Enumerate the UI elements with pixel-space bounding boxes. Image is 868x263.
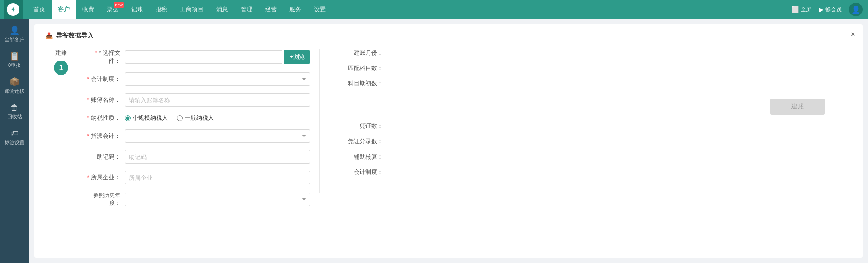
- modal-card: 📥 导爷数据导入 × 建账 1: [34, 24, 863, 258]
- step-label: 建账: [55, 49, 67, 57]
- zero-report-icon: 📋: [9, 52, 19, 60]
- logo[interactable]: ✦: [4, 0, 23, 19]
- memo-row: 助记码：: [84, 150, 310, 164]
- accountant-label: * 指派会计：: [84, 132, 125, 140]
- history-year-row: 参照历史年度：: [84, 192, 310, 207]
- match-subjects-row: 匹配科目数：: [347, 64, 852, 72]
- sidebar-item-account-migration[interactable]: 📦 账套迁移: [0, 74, 29, 98]
- all-clients-icon: 👤: [9, 26, 19, 34]
- section-divider: [319, 49, 320, 193]
- subject-initial-label: 科目期初数：: [347, 80, 388, 88]
- build-account-button[interactable]: 建账: [770, 99, 825, 115]
- nav-item-services[interactable]: 服务: [283, 0, 308, 19]
- main-layout: 👤 全部客户 📋 0申报 📦 账套迁移 🗑 回收站 🏷 标签设置 📥 导爷数据导…: [0, 19, 868, 263]
- vouchers-row: 凭证数：: [347, 122, 852, 130]
- account-name-input[interactable]: [125, 93, 310, 107]
- nav-item-management[interactable]: 管理: [234, 0, 259, 19]
- top-navigation: ✦ 首页 客户 收费 票据 new 记账 报税 工商项目 消息 管理: [0, 0, 868, 19]
- nav-item-tickets[interactable]: 票据 new: [100, 0, 125, 19]
- nav-item-settings[interactable]: 设置: [308, 0, 332, 19]
- company-input[interactable]: [125, 171, 310, 184]
- tax-type-row: * 纳税性质： 小规模纳税人 一般纳税人: [84, 114, 310, 122]
- nav-item-business[interactable]: 工商项目: [174, 0, 210, 19]
- accounting-system-row: * 会计制度：: [84, 72, 310, 86]
- sidebar-item-recycle-bin[interactable]: 🗑 回收站: [0, 100, 29, 124]
- sidebar-item-tag-settings[interactable]: 🏷 标签设置: [0, 126, 29, 150]
- voucher-records-label: 凭证分录数：: [347, 137, 388, 146]
- nav-item-operations[interactable]: 经营: [259, 0, 283, 19]
- memo-input[interactable]: [125, 150, 310, 164]
- memo-label: 助记码：: [84, 153, 125, 161]
- right-accounting-system-row: 会计制度：: [347, 168, 852, 176]
- form-left: * * 选择文件： +浏览 * 会计制度：: [84, 49, 310, 214]
- right-accounting-system-label: 会计制度：: [347, 168, 388, 176]
- logo-icon: ✦: [7, 3, 19, 16]
- browse-button[interactable]: +浏览: [284, 50, 310, 64]
- accounting-system-select[interactable]: [125, 72, 310, 86]
- file-input-group: +浏览: [125, 50, 310, 64]
- aux-accounting-row: 辅助核算：: [347, 153, 852, 161]
- form-right: 建账月份： 匹配科目数： 科目期初数： 建账 凭证: [329, 49, 852, 214]
- build-month-row: 建账月份：: [347, 49, 852, 57]
- content-area: 📥 导爷数据导入 × 建账 1: [29, 19, 868, 263]
- fullscreen-button[interactable]: ⬜ 全屏: [791, 6, 811, 14]
- history-year-select[interactable]: [125, 193, 310, 206]
- aux-accounting-label: 辅助核算：: [347, 153, 388, 161]
- accountant-select[interactable]: [125, 129, 310, 143]
- avatar[interactable]: 👤: [849, 3, 863, 16]
- nav-right: ⬜ 全屏 ▶ 畅会员 👤: [791, 3, 868, 16]
- vouchers-label: 凭证数：: [347, 122, 388, 130]
- recycle-icon: 🗑: [10, 103, 19, 112]
- build-month-label: 建账月份：: [347, 49, 388, 57]
- new-badge: new: [114, 2, 124, 8]
- company-label: * 所属企业：: [84, 174, 125, 182]
- tax-type-label: * 纳税性质：: [84, 114, 125, 122]
- file-label: * * 选择文件：: [84, 49, 125, 65]
- nav-item-tax[interactable]: 报税: [149, 0, 174, 19]
- accountant-row: * 指派会计：: [84, 129, 310, 143]
- card-title: 📥 导爷数据导入: [45, 32, 852, 40]
- match-subjects-label: 匹配科目数：: [347, 64, 388, 72]
- nav-item-accounting[interactable]: 记账: [125, 0, 149, 19]
- form-container: 建账 1 * * 选择文件：: [45, 49, 852, 214]
- voucher-records-row: 凭证分录数：: [347, 137, 852, 146]
- nav-item-home[interactable]: 首页: [27, 0, 52, 19]
- accounting-system-label: * 会计制度：: [84, 75, 125, 83]
- sidebar-item-zero-report[interactable]: 📋 0申报: [0, 48, 29, 72]
- tax-type-general[interactable]: 一般纳税人: [177, 114, 214, 122]
- step-circle: 1: [54, 61, 68, 75]
- tax-type-small[interactable]: 小规模纳税人: [125, 114, 168, 122]
- play-icon: ▶: [819, 6, 824, 13]
- title-icon: 📥: [45, 32, 53, 39]
- file-select-row: * * 选择文件： +浏览: [84, 49, 310, 65]
- tax-type-radio-group: 小规模纳税人 一般纳税人: [125, 114, 310, 122]
- member-button[interactable]: ▶ 畅会员: [819, 6, 842, 14]
- nav-item-messages[interactable]: 消息: [210, 0, 234, 19]
- account-name-row: * 账簿名称：: [84, 93, 310, 107]
- nav-item-clients[interactable]: 客户: [52, 0, 76, 19]
- sidebar-item-all-clients[interactable]: 👤 全部客户: [0, 23, 29, 47]
- account-name-label: * 账簿名称：: [84, 96, 125, 104]
- tag-icon: 🏷: [10, 129, 19, 137]
- close-button[interactable]: ×: [850, 30, 855, 39]
- sidebar: 👤 全部客户 📋 0申报 📦 账套迁移 🗑 回收站 🏷 标签设置: [0, 19, 29, 263]
- nav-items: 首页 客户 收费 票据 new 记账 报税 工商项目 消息 管理 经营: [27, 0, 791, 19]
- migration-icon: 📦: [9, 78, 19, 86]
- file-input[interactable]: [125, 50, 282, 64]
- history-year-label: 参照历史年度：: [84, 192, 125, 207]
- company-row: * 所属企业：: [84, 171, 310, 184]
- fullscreen-icon: ⬜: [791, 6, 799, 13]
- subject-initial-row: 科目期初数：: [347, 80, 852, 88]
- avatar-icon: 👤: [851, 5, 860, 14]
- nav-item-fees[interactable]: 收费: [76, 0, 100, 19]
